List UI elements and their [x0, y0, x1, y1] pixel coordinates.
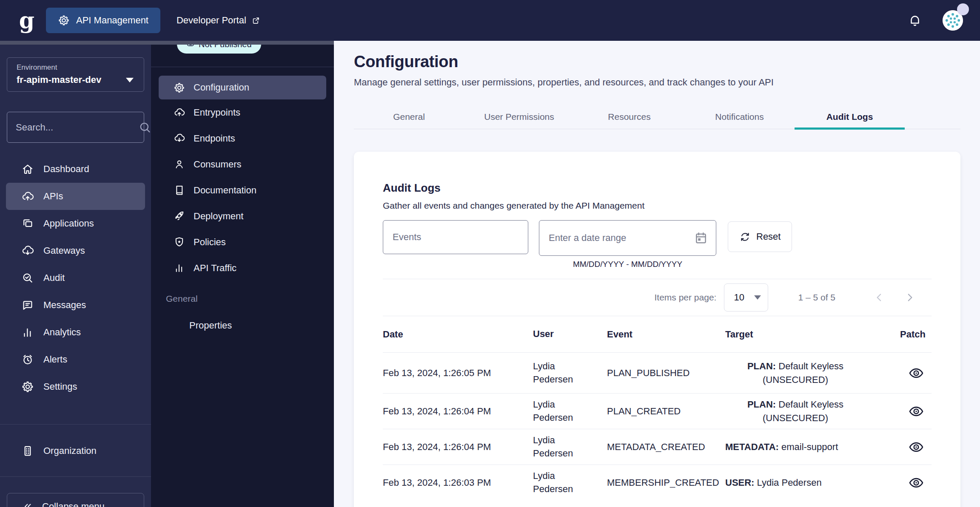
cell-user: Lydia Pedersen: [533, 360, 607, 386]
events-filter-select[interactable]: [383, 220, 528, 254]
events-filter-input[interactable]: [393, 232, 512, 243]
external-link-icon: [251, 16, 261, 25]
items-per-page-select[interactable]: 10: [724, 283, 768, 312]
search-input[interactable]: [16, 122, 138, 133]
api-menu-label: API Traffic: [194, 263, 236, 274]
table-header-row: Date User Event Target Patch: [383, 316, 932, 352]
sidebar-item-alerts[interactable]: Alerts: [0, 346, 151, 373]
api-menu-entrypoints[interactable]: Entrypoints: [151, 99, 334, 125]
table-row: Feb 13, 2024, 1:26:04 PM Lydia Pedersen …: [383, 393, 932, 429]
api-menu-section-general: General: [166, 294, 334, 304]
api-sidebar-divider: [151, 67, 334, 67]
previous-page-button[interactable]: [873, 291, 886, 304]
tab-notifications[interactable]: Notifications: [684, 105, 795, 129]
gravitee-logo[interactable]: g: [13, 8, 41, 33]
sidebar-item-label: Settings: [43, 381, 77, 392]
top-bar: g API Management Developer Portal: [0, 0, 980, 41]
cloud-download-icon: [174, 133, 185, 144]
cell-target: PLAN: Default Keyless (UNSECURED): [725, 398, 898, 425]
card-title: Audit Logs: [383, 181, 932, 195]
tab-bar: General User Permissions Resources Notif…: [354, 105, 960, 129]
sidebar-item-gateways[interactable]: Gateways: [0, 237, 151, 264]
api-management-button[interactable]: API Management: [46, 8, 160, 33]
avatar-status-badge: [957, 3, 969, 15]
refresh-icon: [739, 231, 751, 243]
tab-resources[interactable]: Resources: [574, 105, 684, 129]
sidebar-item-label: Analytics: [43, 327, 81, 338]
api-menu-consumers[interactable]: Consumers: [151, 151, 334, 177]
tab-general[interactable]: General: [354, 105, 464, 129]
copy-cards-icon: [21, 217, 34, 230]
sidebar-item-organization[interactable]: Organization: [0, 437, 151, 465]
cell-user: Lydia Pedersen: [533, 434, 607, 460]
api-menu-api-traffic[interactable]: API Traffic: [151, 255, 334, 281]
cell-event: METADATA_CREATED: [607, 442, 725, 453]
gear-icon: [58, 14, 70, 26]
sidebar-item-label: Alerts: [43, 354, 67, 365]
chevron-down-icon: [754, 295, 761, 300]
date-range-input[interactable]: [549, 232, 694, 244]
environment-select[interactable]: Environment fr-apim-master-dev: [7, 57, 144, 92]
cell-user: Lydia Pedersen: [533, 470, 607, 496]
sidebar-item-dashboard[interactable]: Dashboard: [0, 156, 151, 183]
collapse-chevrons-icon: [22, 501, 34, 507]
sidebar-item-label: Audit: [43, 272, 65, 283]
view-patch-button[interactable]: [908, 403, 925, 420]
api-menu-label: Deployment: [194, 211, 243, 222]
view-patch-button[interactable]: [908, 365, 925, 382]
user-avatar[interactable]: [943, 10, 963, 31]
reset-button[interactable]: Reset: [728, 221, 792, 252]
sidebar-item-applications[interactable]: Applications: [0, 210, 151, 237]
date-format-hint: MM/DD/YYYY - MM/DD/YYYY: [573, 260, 682, 269]
tab-audit-logs[interactable]: Audit Logs: [795, 105, 905, 129]
api-management-label: API Management: [76, 15, 148, 26]
api-menu-properties[interactable]: Properties: [151, 312, 334, 338]
bar-chart-icon: [21, 326, 34, 339]
paginator: Items per page: 10 1 – 5 of 5: [383, 279, 932, 316]
api-menu-configuration[interactable]: Configuration: [159, 76, 326, 99]
sidebar-item-messages[interactable]: Messages: [0, 292, 151, 319]
sidebar-item-label: APIs: [43, 191, 63, 202]
api-menu-label: Documentation: [194, 185, 256, 196]
home-icon: [21, 163, 34, 176]
search-icon[interactable]: [138, 121, 151, 134]
cell-target: METADATA: email-support: [725, 440, 898, 454]
chat-icon: [21, 299, 34, 312]
date-range-field: [539, 220, 716, 256]
column-header-event: Event: [607, 329, 725, 340]
api-menu-label: Consumers: [194, 159, 241, 170]
search-check-icon: [21, 272, 34, 284]
sidebar-divider: [0, 476, 151, 477]
sidebar-item-apis[interactable]: APIs: [6, 183, 145, 210]
sidebar-item-audit[interactable]: Audit: [0, 264, 151, 292]
chevron-down-icon: [126, 78, 134, 82]
cloud-upload-icon: [174, 107, 185, 118]
api-menu-endpoints[interactable]: Endpoints: [151, 125, 334, 151]
notifications-bell-icon[interactable]: [908, 13, 922, 28]
cell-date: Feb 13, 2024, 1:26:03 PM: [383, 477, 533, 488]
sidebar-item-label: Dashboard: [43, 164, 89, 175]
sidebar-item-settings[interactable]: Settings: [0, 373, 151, 400]
cell-event: PLAN_PUBLISHED: [607, 368, 725, 379]
next-page-button[interactable]: [903, 291, 916, 304]
gear-icon: [21, 380, 34, 393]
tab-user-permissions[interactable]: User Permissions: [464, 105, 574, 129]
view-patch-button[interactable]: [908, 474, 925, 491]
cell-date: Feb 13, 2024, 1:26:04 PM: [383, 406, 533, 417]
developer-portal-label: Developer Portal: [177, 15, 246, 26]
sidebar-item-analytics[interactable]: Analytics: [0, 319, 151, 346]
api-menu-deployment[interactable]: Deployment: [151, 203, 334, 229]
column-header-target: Target: [725, 328, 898, 341]
collapse-menu-button[interactable]: Collapse menu: [7, 493, 144, 507]
cloud-upload-icon: [21, 190, 34, 203]
api-menu-documentation[interactable]: Documentation: [151, 177, 334, 203]
cell-event: PLAN_CREATED: [607, 406, 725, 417]
cell-date: Feb 13, 2024, 1:26:04 PM: [383, 442, 533, 453]
cell-target: PLAN: Default Keyless (UNSECURED): [725, 360, 898, 387]
table-row: Feb 13, 2024, 1:26:03 PM Lydia Pedersen …: [383, 465, 932, 500]
view-patch-button[interactable]: [908, 439, 925, 456]
api-menu-policies[interactable]: Policies: [151, 229, 334, 255]
calendar-icon[interactable]: [694, 231, 708, 245]
building-icon: [21, 445, 34, 457]
developer-portal-link[interactable]: Developer Portal: [177, 15, 261, 26]
